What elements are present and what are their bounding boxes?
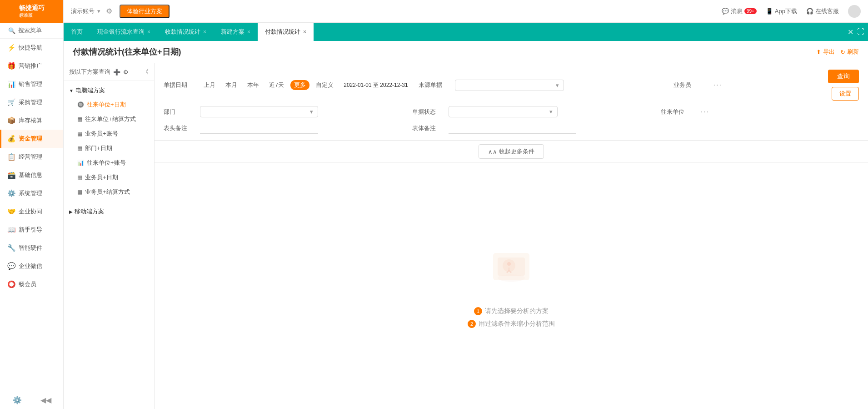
source-chevron-icon: ▾ <box>556 82 559 89</box>
main-area: 演示账号 ▾ ⚙ 体验行业方案 💬 消息 99+ 📱 App下载 🎧 在线客服 … <box>64 0 868 409</box>
date-btn-more[interactable]: 更多 <box>290 80 309 90</box>
source-label: 来源单据 <box>419 81 450 89</box>
sidebar-item-purchase[interactable]: 🛒采购管理 <box>0 93 63 111</box>
date-label: 单据日期 <box>164 81 195 89</box>
user-avatar[interactable] <box>848 5 861 18</box>
finance-icon: 💰 <box>7 134 16 143</box>
sidebar-item-hardware[interactable]: 🔧智能硬件 <box>0 239 63 257</box>
staff-dots[interactable]: ··· <box>713 81 722 89</box>
tab-new-plan[interactable]: 新建方案 × <box>214 23 258 41</box>
tab-bank[interactable]: 现金银行流水查询 × <box>90 23 158 41</box>
tab-close-all-icon[interactable]: ✕ <box>848 28 853 36</box>
sidebar-item-finance[interactable]: 💰资金管理 <box>0 130 63 148</box>
header-note-input[interactable] <box>200 123 318 134</box>
sidebar-item-marketing[interactable]: 🎁营销推广 <box>0 57 63 75</box>
collapse-more-btn[interactable]: ∧∧ 收起更多条件 <box>479 144 544 159</box>
sidebar-search[interactable]: 🔍 搜索菜单 <box>0 23 63 39</box>
pc-group-arrow-icon: ▼ <box>69 88 74 93</box>
message-btn[interactable]: 💬 消息 99+ <box>722 7 757 15</box>
content-body: 按以下方案查询 ➕ ⚙ 《 ▼ 电脑端方案 🔘 往来单位+日期 ▦ <box>64 63 868 409</box>
sidebar-item-operation[interactable]: 📋经营管理 <box>0 148 63 166</box>
manage-scheme-icon[interactable]: ⚙ <box>123 69 129 76</box>
pc-group-title[interactable]: ▼ 电脑端方案 <box>64 84 154 97</box>
app-download-btn[interactable]: 📱 App下载 <box>766 7 797 15</box>
status-select[interactable]: ▾ <box>449 106 558 117</box>
scheme-chart-icon: 📊 <box>77 160 84 166</box>
tab-fullscreen-icon[interactable]: ⛶ <box>857 28 864 36</box>
sidebar-item-quick-nav[interactable]: ⚡快捷导航 <box>0 39 63 57</box>
settings-btn[interactable]: 设置 <box>832 87 859 101</box>
search-label: 搜索菜单 <box>18 26 42 35</box>
user-info: 演示账号 ▾ <box>71 7 100 15</box>
tab-receipt[interactable]: 收款情况统计 × <box>158 23 214 41</box>
scheme-table-icon-5: ▦ <box>77 174 82 181</box>
mobile-group-arrow-icon: ▶ <box>69 209 73 214</box>
query-btn[interactable]: 查询 <box>828 70 859 83</box>
collapse-row: ∧∧ 收起更多条件 <box>155 141 868 163</box>
dept-select[interactable]: ▾ <box>200 106 318 117</box>
user-chevron-icon: ▾ <box>97 8 100 15</box>
tab-home[interactable]: 首页 <box>64 23 90 41</box>
tab-payment-close-icon[interactable]: × <box>303 29 306 35</box>
filter-staff-col: 业务员 ··· <box>673 81 821 89</box>
sidebar-item-sales[interactable]: 📊销售管理 <box>0 75 63 93</box>
tab-payment[interactable]: 付款情况统计 × <box>258 23 314 41</box>
filter-source-col: 来源单据 ▾ <box>419 80 664 91</box>
top-header: 演示账号 ▾ ⚙ 体验行业方案 💬 消息 99+ 📱 App下载 🎧 在线客服 <box>64 0 868 23</box>
scheme-table-icon-3: ▦ <box>77 145 82 151</box>
hint2-text: 用过滤条件来缩小分析范围 <box>479 320 555 328</box>
scheme-item-unit-date[interactable]: 🔘 往来单位+日期 <box>64 97 154 112</box>
empty-illustration <box>484 244 539 298</box>
filter-area: 单据日期 上月 本月 本年 近7天 更多 自定义 2022-01-01 至 20… <box>155 63 868 141</box>
header-actions: ⬆ 导出 ↻ 刷新 <box>816 48 859 56</box>
hint2-num: 2 <box>468 320 476 328</box>
counterpart-dots[interactable]: ··· <box>701 108 709 116</box>
scheme-item-dept-date[interactable]: ▦ 部门+日期 <box>64 141 154 156</box>
settings-bottom-btn[interactable]: ⚙️ <box>5 396 30 404</box>
tab-bank-close-icon[interactable]: × <box>147 29 150 35</box>
date-btn-custom[interactable]: 自定义 <box>312 80 337 90</box>
quick-nav-icon: ⚡ <box>7 43 16 52</box>
add-scheme-icon[interactable]: ➕ <box>113 69 120 76</box>
hardware-icon: 🔧 <box>7 243 16 252</box>
tab-receipt-close-icon[interactable]: × <box>203 29 206 35</box>
date-btn-this-year[interactable]: 本年 <box>244 80 263 90</box>
source-select[interactable]: ▾ <box>455 80 564 91</box>
sidebar-item-system[interactable]: ⚙️系统管理 <box>0 184 63 202</box>
date-btn-last-month[interactable]: 上月 <box>200 80 219 90</box>
refresh-btn[interactable]: ↻ 刷新 <box>840 48 859 56</box>
trial-btn[interactable]: 体验行业方案 <box>120 5 170 18</box>
mobile-group-title[interactable]: ▶ 移动端方案 <box>64 205 154 218</box>
enterprise-icon: 🤝 <box>7 207 16 216</box>
scheme-item-unit-settle[interactable]: ▦ 往来单位+结算方式 <box>64 112 154 126</box>
scheme-item-label: 部门+日期 <box>85 144 112 152</box>
sidebar-item-basic[interactable]: 🗃️基础信息 <box>0 166 63 184</box>
pc-scheme-group: ▼ 电脑端方案 🔘 往来单位+日期 ▦ 往来单位+结算方式 ▦ 业务员+账号 <box>64 81 154 202</box>
sidebar-item-guide[interactable]: 📖新手引导 <box>0 221 63 239</box>
date-btn-this-month[interactable]: 本月 <box>222 80 241 90</box>
export-btn[interactable]: ⬆ 导出 <box>816 48 835 56</box>
scheme-item-staff-account[interactable]: ▦ 业务员+账号 <box>64 126 154 141</box>
sidebar: 畅捷通巧 标准版 🔍 搜索菜单 ⚡快捷导航🎁营销推广📊销售管理🛒采购管理📦库存核… <box>0 0 64 409</box>
scheme-item-unit-account[interactable]: 📊 往来单位+账号 <box>64 156 154 170</box>
search-icon: 🔍 <box>8 27 15 34</box>
date-btn-7days[interactable]: 近7天 <box>265 80 288 90</box>
scheme-table-icon-2: ▦ <box>77 131 82 137</box>
collapse-sidebar-btn[interactable]: ◀◀ <box>34 396 59 404</box>
sidebar-item-vip[interactable]: ⭕畅会员 <box>0 275 63 293</box>
sidebar-item-enterprise[interactable]: 🤝企业协同 <box>0 202 63 221</box>
sidebar-item-wechat[interactable]: 💬企业微信 <box>0 257 63 275</box>
body-note-input[interactable] <box>449 123 576 134</box>
collapse-scheme-icon[interactable]: 《 <box>143 68 149 76</box>
filter-dept-col: 部门 ▾ <box>164 106 403 117</box>
gear-icon[interactable]: ⚙ <box>106 7 112 15</box>
scheme-item-staff-settle[interactable]: ▦ 业务员+结算方式 <box>64 185 154 199</box>
scheme-item-staff-date[interactable]: ▦ 业务员+日期 <box>64 170 154 185</box>
service-btn[interactable]: 🎧 在线客服 <box>806 7 839 15</box>
scheme-table-icon-6: ▦ <box>77 189 82 195</box>
sidebar-item-inventory[interactable]: 📦库存核算 <box>0 111 63 130</box>
mobile-group-label: 移动端方案 <box>75 207 104 216</box>
tab-new-plan-close-icon[interactable]: × <box>247 29 250 35</box>
message-icon: 💬 <box>722 8 729 15</box>
vip-icon: ⭕ <box>7 280 16 289</box>
